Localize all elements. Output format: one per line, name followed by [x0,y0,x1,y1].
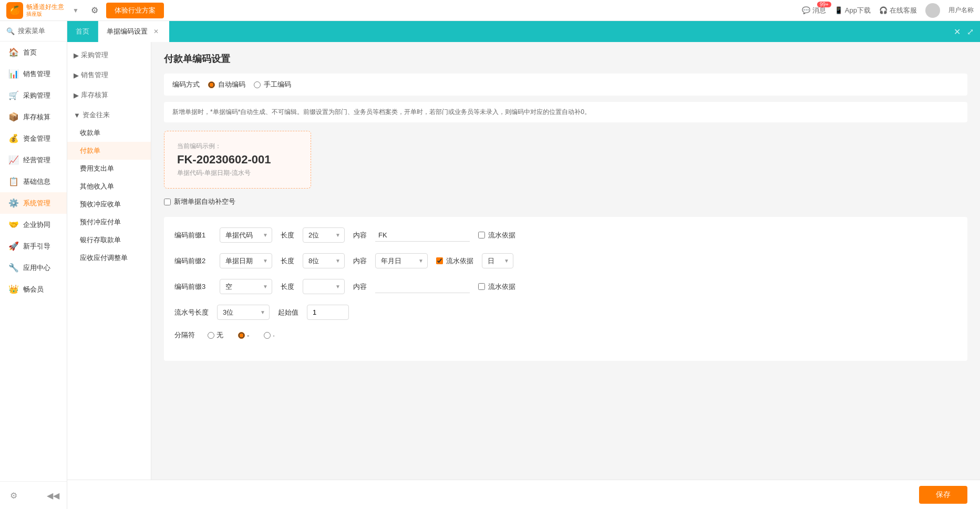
sep-dot-option[interactable]: · [264,331,275,339]
sidebar-item-apps[interactable]: 🔧 应用中心 [0,257,67,278]
content-select-2[interactable]: 年月日 [375,253,428,268]
message-icon: 💬 [802,6,810,14]
length-label-1: 长度 [281,231,294,240]
tab-home[interactable]: 首页 [67,21,98,42]
sidebar-item-inventory[interactable]: 📦 库存核算 [0,106,67,128]
tab-spacer [169,21,947,42]
sidebar-item-member[interactable]: 👑 畅会员 [0,278,67,300]
sub-nav-receivable-adjust[interactable]: 应收应付调整单 [67,249,151,267]
search-icon: 🔍 [6,27,15,35]
sub-nav-inventory[interactable]: ▶ 库存核算 [67,86,151,104]
flow-unit-select-2[interactable]: 日 月 年 [482,253,513,268]
serial-length-select[interactable]: 3位 4位 5位 6位 [217,305,270,320]
sep-dash-option[interactable]: - [238,331,249,339]
collapse-icon[interactable]: ◀◀ [45,487,61,504]
flow-checkbox-2[interactable] [436,257,443,264]
flow-unit-wrapper-2: 日 月 年 ▼ [482,253,513,268]
sidebar-item-sales[interactable]: 📊 销售管理 [0,63,67,85]
sidebar-item-finance[interactable]: 💰 资金管理 [0,128,67,149]
sidebar-item-guide[interactable]: 🚀 新手引导 [0,235,67,257]
coding-method-row: 编码方式 自动编码 手工编码 [164,74,967,96]
prefix-row-3: 编码前缀3 空 ▼ 长度 ▼ [174,279,957,294]
tab-actions: ✕ ⤢ [947,21,980,42]
tab-encoding[interactable]: 单据编码设置 ✕ [98,21,169,42]
flow-label-1: 流水依据 [488,231,515,240]
sub-nav-receipt[interactable]: 收款单 [67,124,151,142]
expand-icon-sales: ▶ [74,71,79,79]
home-icon: 🏠 [8,47,19,57]
settings-section: 编码前缀1 单据代码 ▼ 长度 2位 ▼ [164,217,967,361]
partner-icon: 🤝 [8,220,19,230]
sub-nav-bank-deposit[interactable]: 银行存取款单 [67,231,151,249]
sidebar-bottom: ⚙ ◀◀ [0,481,67,509]
online-service-button[interactable]: 🎧 在线客服 [879,6,917,15]
flow-checkbox-3[interactable] [478,283,485,290]
auto-code-radio[interactable] [208,81,215,88]
length-select-3[interactable] [303,279,345,294]
sidebar-item-purchase[interactable]: 🛒 采购管理 [0,85,67,106]
workspace-dropdown[interactable]: ▼ [68,5,83,16]
sub-nav-prepay-receive[interactable]: 预收冲应收单 [67,195,151,213]
flow-label-2: 流水依据 [446,256,473,266]
save-button[interactable]: 保存 [919,486,967,504]
sub-nav-payment[interactable]: 付款单 [67,142,151,160]
tab-close-icon[interactable]: ✕ [152,27,160,36]
auto-fill-checkbox[interactable] [164,199,171,205]
length-select-wrapper-3: ▼ [303,279,345,294]
sep-dash-radio[interactable] [238,332,245,339]
auto-fill-row: 新增单据自动补空号 [164,197,967,206]
start-value-label: 起始值 [278,308,298,317]
sub-nav: ▶ 采购管理 ▶ 销售管理 ▶ 库存核算 [67,42,151,480]
prefix-select-1[interactable]: 单据代码 [220,227,272,243]
user-name: 用户名称 [948,6,974,15]
content-input-3[interactable] [375,281,470,293]
sub-nav-purchase[interactable]: ▶ 采购管理 [67,46,151,64]
message-button[interactable]: 💬 消息 99+ [802,6,826,15]
trial-button[interactable]: 体验行业方案 [106,3,164,18]
flow-label-3: 流水依据 [488,282,515,292]
sep-none-option[interactable]: 无 [208,330,223,340]
sub-nav-other-income[interactable]: 其他收入单 [67,178,151,195]
operations-icon: 📈 [8,155,19,165]
sub-nav-sales[interactable]: ▶ 销售管理 [67,66,151,84]
prefix-select-2[interactable]: 单据日期 [220,253,272,268]
sub-nav-prepay-pay[interactable]: 预付冲应付单 [67,213,151,231]
sidebar-item-base[interactable]: 📋 基础信息 [0,171,67,192]
prefix-label-2: 编码前缀2 [174,256,211,266]
sidebar-item-home[interactable]: 🏠 首页 [0,41,67,63]
app-download-button[interactable]: 📱 App下载 [834,6,871,15]
auto-fill-label: 新增单据自动补空号 [174,197,235,206]
manual-code-option[interactable]: 手工编码 [254,80,291,89]
manual-code-radio[interactable] [254,81,261,88]
separator-label: 分隔符 [174,330,195,340]
sales-icon: 📊 [8,69,19,79]
length-select-1[interactable]: 2位 [303,227,345,243]
preview-desc: 单据代码-单据日期-流水号 [177,169,298,178]
sidebar-item-operations[interactable]: 📈 经营管理 [0,149,67,171]
system-icon: ⚙️ [8,198,19,208]
info-text: 新增单据时，*单据编码*自动生成、不可编辑。前缀设置为部门、业务员等档案类，开单… [164,102,967,122]
sep-none-radio[interactable] [208,332,214,339]
sub-nav-finance[interactable]: ▼ 资金往来 [67,106,151,124]
sidebar-item-partner[interactable]: 🤝 企业协同 [0,214,67,235]
logo-text: 畅通道好生意 插座版 [26,3,64,17]
content-input-1[interactable] [375,229,470,242]
prefix-select-3[interactable]: 空 [220,279,272,294]
settings-bottom-icon[interactable]: ⚙ [5,487,22,504]
search-menu[interactable]: 🔍 搜索菜单 [0,21,67,41]
prefix-label-3: 编码前缀3 [174,282,211,292]
auto-code-option[interactable]: 自动编码 [208,80,245,89]
sidebar-item-system[interactable]: ⚙️ 系统管理 [0,192,67,214]
settings-icon[interactable]: ⚙ [87,3,102,18]
top-bar-right: 💬 消息 99+ 📱 App下载 🎧 在线客服 用户名称 [802,3,974,18]
content-label-1: 内容 [353,231,367,240]
sub-nav-group-finance: ▼ 资金往来 收款单 付款单 费用支出单 其他收入单 [67,106,151,267]
sep-dot-radio[interactable] [264,332,271,339]
flow-checkbox-1[interactable] [478,232,485,238]
tab-minimize-icon[interactable]: ✕ [952,25,963,39]
tab-maximize-icon[interactable]: ⤢ [965,25,976,39]
expand-icon-inventory: ▶ [74,91,79,99]
start-value-input[interactable] [307,305,349,320]
sub-nav-expense[interactable]: 费用支出单 [67,160,151,178]
length-select-2[interactable]: 8位 [303,253,345,268]
